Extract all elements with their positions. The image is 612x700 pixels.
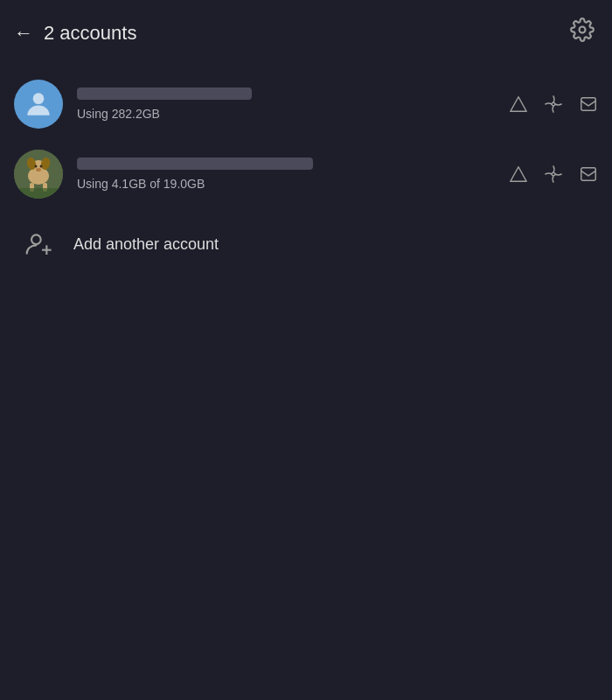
svg-rect-14 — [14, 188, 63, 199]
svg-rect-16 — [581, 168, 596, 181]
account-item-1[interactable]: Using 282.2GB — [0, 69, 612, 139]
account-service-icons-1 — [509, 94, 598, 114]
svg-point-17 — [31, 234, 41, 244]
account-item-2[interactable]: Using 4.1GB of 19.0GB — [0, 139, 612, 209]
add-account-icon — [21, 227, 56, 262]
photos-icon-1[interactable] — [544, 94, 563, 114]
svg-rect-3 — [581, 98, 596, 111]
svg-point-11 — [36, 168, 41, 172]
drive-icon-2[interactable] — [509, 164, 528, 184]
account-list: Using 282.2GB — [0, 62, 612, 283]
svg-point-1 — [33, 93, 45, 104]
header: ← 2 accounts — [0, 0, 612, 62]
photos-icon-2[interactable] — [544, 164, 563, 184]
account-name-bar-1 — [77, 88, 252, 100]
drive-icon-1[interactable] — [509, 94, 528, 114]
account-info-1: Using 282.2GB — [77, 88, 495, 121]
account-storage-1: Using 282.2GB — [77, 107, 495, 121]
gmail-icon-2[interactable] — [579, 164, 598, 184]
svg-point-9 — [35, 165, 38, 168]
account-service-icons-2 — [509, 164, 598, 184]
account-name-bar-2 — [77, 158, 313, 170]
gmail-icon-1[interactable] — [579, 94, 598, 114]
page-title: 2 accounts — [44, 22, 136, 45]
add-account-label: Add another account — [73, 235, 219, 254]
account-info-2: Using 4.1GB of 19.0GB — [77, 158, 495, 191]
header-left: ← 2 accounts — [14, 22, 136, 45]
back-button[interactable]: ← — [14, 24, 33, 43]
add-account-button[interactable]: Add another account — [0, 213, 612, 276]
svg-point-10 — [40, 165, 43, 168]
settings-icon[interactable] — [570, 18, 595, 48]
avatar-1 — [14, 80, 63, 129]
svg-point-0 — [580, 27, 586, 33]
avatar-2 — [14, 150, 63, 199]
account-storage-2: Using 4.1GB of 19.0GB — [77, 177, 495, 191]
